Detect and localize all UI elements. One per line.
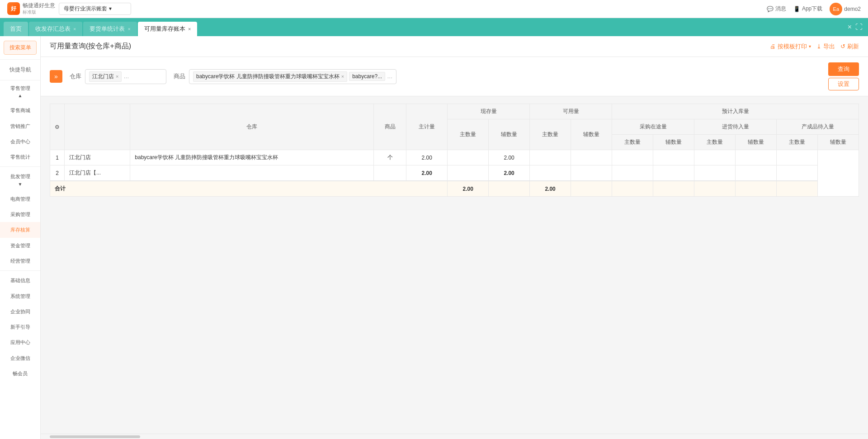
cell-incoming-main-0 [653, 150, 694, 165]
tab-receipt-summary-close[interactable]: × [73, 26, 76, 32]
product-tag-text-1: babycare?... [352, 73, 382, 80]
th-settings[interactable]: ⚙ [50, 104, 65, 150]
cell-index-0: 1 [50, 150, 65, 165]
sidebar-item-ecommerce[interactable]: 电商管理 [0, 191, 40, 207]
table-container: ⚙ 仓库 商品 主计量 现存量 可用量 预计入库量 主数量 辅数量 主数量 [41, 96, 868, 434]
page-header: 可用量查询(按仓库+商品) 🖨 按模板打印 ▾ ⤓ 导出 ↺ 刷新 [41, 36, 868, 57]
sidebar-item-purchase[interactable]: 采购管理 [0, 207, 40, 222]
warehouse-more-btn[interactable]: … [123, 73, 129, 80]
refresh-label: 刷新 [847, 42, 859, 51]
sidebar-search-btn[interactable]: 搜索菜单 [4, 41, 37, 55]
footer-purchase-aux [653, 181, 694, 197]
product-tag-remove-0[interactable]: × [341, 74, 344, 79]
sidebar-item-retail-stats[interactable]: 零售统计 [0, 149, 40, 165]
nav-tab-actions: × ⛶ [848, 23, 868, 31]
sidebar-item-inventory-check[interactable]: 库存核算 [0, 222, 40, 237]
cell-products-main-0 [736, 150, 777, 165]
sidebar-item-member-center[interactable]: 会员中心 [0, 134, 40, 149]
cell-products-main-1 [736, 165, 777, 181]
cell-warehouse-0: 江北门店 [65, 150, 130, 165]
sidebar-item-new-guide[interactable]: 新手引导 [0, 319, 40, 335]
horizontal-scrollbar-area [41, 434, 868, 439]
export-btn[interactable]: ⤓ 导出 [816, 42, 835, 51]
sidebar-quick-nav-area: 快捷导航 [0, 60, 40, 80]
product-more-btn[interactable]: … [387, 73, 392, 80]
tab-available-stock-label: 可用量库存账本 [144, 25, 185, 33]
tab-available-stock-close[interactable]: × [188, 26, 191, 32]
cell-avail-aux-1 [530, 165, 571, 181]
print-chevron-icon: ▾ [809, 44, 811, 49]
tab-order-stats[interactable]: 要货单统计表 × [83, 22, 137, 36]
print-icon: 🖨 [770, 43, 776, 50]
cell-purchase-main-0 [571, 150, 612, 165]
filter-area: » 仓库 江北门店 × … 商品 babycare学饮杯 儿童防摔防撞吸管杯重力… [41, 57, 868, 96]
print-template-btn[interactable]: 🖨 按模板打印 ▾ [770, 42, 811, 51]
th-avail-main: 主数量 [530, 119, 571, 150]
footer-incoming-aux [736, 181, 777, 197]
tab-available-stock[interactable]: 可用量库存账本 × [138, 22, 197, 36]
product-tag-1: babycare?... [349, 72, 385, 81]
cell-purchase-aux-1 [612, 165, 653, 181]
print-label: 按模板打印 [778, 42, 807, 51]
tab-close-all-icon[interactable]: × [848, 23, 852, 31]
footer-current-aux [489, 181, 530, 197]
cell-avail-main-1: 2.00 [489, 165, 530, 181]
sidebar-item-retail-mgmt[interactable]: 零售管理 ▲ [0, 80, 40, 103]
horizontal-scrollbar[interactable] [50, 435, 140, 438]
app-download-btn[interactable]: 📱 App下载 [793, 5, 822, 13]
sidebar-item-marketing[interactable]: 营销推广 [0, 118, 40, 134]
sidebar-item-system[interactable]: 系统管理 [0, 288, 40, 304]
cell-incoming-main-1 [653, 165, 694, 181]
message-label: 消息 [775, 5, 786, 13]
logo-icon: 好 [7, 2, 20, 15]
sidebar-item-ops[interactable]: 经营管理 [0, 253, 40, 269]
tab-receipt-summary[interactable]: 收发存汇总表 × [29, 22, 82, 36]
product-filter-input[interactable]: babycare学饮杯 儿童防摔防撞吸管杯重力球吸嘴杯宝宝水杯 × babyca… [189, 69, 396, 84]
sidebar-item-enterprise-wechat[interactable]: 企业微信 [0, 350, 40, 366]
logo-text-area: 畅捷通好生意 标准版 [23, 2, 55, 15]
sidebar-item-finance[interactable]: 资金管理 [0, 238, 40, 253]
warehouse-tag-remove[interactable]: × [116, 74, 118, 79]
warehouse-filter-input[interactable]: 江北门店 × … [85, 69, 166, 84]
sidebar-item-app-center[interactable]: 应用中心 [0, 335, 40, 350]
export-icon: ⤓ [816, 43, 821, 50]
sidebar-item-retail-mall[interactable]: 零售商城 [0, 103, 40, 118]
refresh-btn[interactable]: ↺ 刷新 [840, 42, 859, 51]
th-incoming-main: 主数量 [694, 135, 736, 150]
sidebar-quick-nav-btn[interactable]: 快捷导航 [4, 63, 37, 76]
th-index [65, 104, 130, 150]
tab-expand-icon[interactable]: ⛶ [855, 23, 863, 31]
filter-expand-btn[interactable]: » [50, 70, 62, 83]
tab-order-stats-close[interactable]: × [127, 26, 130, 32]
warehouse-filter-group: 仓库 江北门店 × … [70, 69, 166, 84]
sidebar-item-enterprise-collab[interactable]: 企业协同 [0, 304, 40, 319]
th-products-main: 主数量 [777, 135, 818, 150]
cell-unit-0: 个 [374, 150, 406, 165]
query-btn[interactable]: 查询 [828, 62, 859, 76]
cell-avail-main-0: 2.00 [489, 150, 530, 165]
settings-icon: ⚙ [55, 124, 60, 130]
th-product: 商品 [374, 104, 406, 150]
cell-purchase-main-1 [571, 165, 612, 181]
message-btn[interactable]: 💬 消息 [767, 5, 786, 13]
cell-current-main-0: 2.00 [406, 150, 448, 165]
product-filter-label: 商品 [174, 72, 185, 80]
phone-icon: 📱 [793, 6, 800, 12]
user-profile[interactable]: Ea demo2 [830, 3, 861, 15]
sidebar-item-wholesale-mgmt[interactable]: 批发管理 ▼ [0, 169, 40, 191]
table-row: 1 江北门店 babycare学饮杯 儿童防摔防撞吸管杯重力球吸嘴杯宝宝水杯 个… [50, 150, 859, 165]
sidebar-item-basic-info[interactable]: 基础信息 [0, 273, 40, 288]
warehouse-filter-label: 仓库 [70, 72, 81, 80]
settings-btn[interactable]: 设置 [828, 78, 859, 90]
th-purchase-transit: 采购在途量 [612, 119, 694, 135]
table-footer: 合计 2.00 2.00 [50, 181, 859, 197]
cell-products-aux-1 [777, 165, 818, 181]
tab-home[interactable]: 首页 [4, 22, 28, 36]
avatar: Ea [830, 3, 842, 15]
store-selector[interactable]: 母婴行业演示账套 ▾ [59, 3, 131, 15]
refresh-icon: ↺ [840, 43, 845, 50]
export-label: 导出 [823, 42, 835, 51]
logo-text: 畅捷通好生意 [23, 2, 55, 9]
cell-current-main-1: 2.00 [406, 165, 448, 181]
sidebar-item-vip[interactable]: 畅会员 [0, 366, 40, 381]
